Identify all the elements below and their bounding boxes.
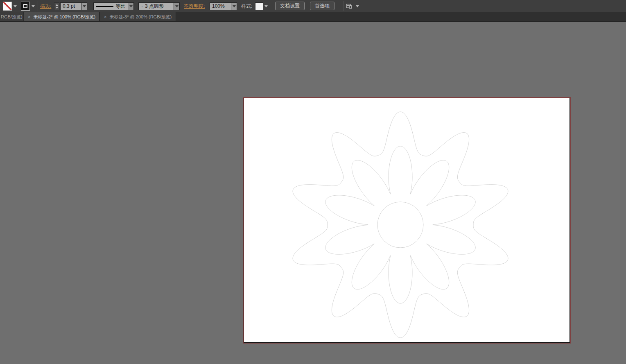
width-profile-dropdown[interactable] bbox=[128, 2, 134, 10]
stroke-color-swatch-icon[interactable] bbox=[21, 2, 30, 11]
brush-preview-dot: · bbox=[141, 4, 143, 9]
chevron-down-icon bbox=[264, 5, 268, 7]
graphic-style-swatch[interactable] bbox=[255, 2, 263, 10]
document-tab-bar: RGB/预览) × 未标题-2* @ 100% (RGB/预览) × 未标题-3… bbox=[0, 12, 626, 22]
fill-color-swatch-none-icon[interactable] bbox=[3, 2, 12, 11]
width-profile-value: 等比 bbox=[115, 3, 125, 10]
tab-close-icon[interactable]: × bbox=[100, 14, 106, 19]
stepper-down-icon[interactable] bbox=[56, 7, 58, 9]
stroke-width-dropdown[interactable] bbox=[81, 2, 87, 10]
tab-untitled-3[interactable]: × 未标题-3* @ 200% (RGB/预览) bbox=[100, 12, 176, 21]
stroke-width-stepper[interactable] bbox=[54, 2, 59, 10]
stroke-profile-line-icon bbox=[96, 6, 113, 7]
width-profile-select[interactable]: 等比 bbox=[93, 2, 128, 10]
chevron-down-icon bbox=[83, 5, 86, 7]
flower-svg[interactable] bbox=[244, 98, 570, 342]
control-bar: 描边: 0.3 pt 等比 · 3 点圆形 不透明度: 100% 样式: bbox=[0, 0, 626, 12]
stroke-color-dropdown[interactable] bbox=[30, 2, 36, 11]
opacity-dropdown[interactable] bbox=[231, 2, 237, 10]
panel-options-dropdown[interactable] bbox=[355, 2, 360, 11]
chevron-down-icon bbox=[129, 5, 133, 7]
artboard[interactable] bbox=[244, 98, 570, 343]
tab-label: 未标题-3* @ 200% (RGB/预览) bbox=[109, 14, 172, 20]
fill-color-dropdown[interactable] bbox=[12, 2, 18, 11]
tab-untitled-1-partial[interactable]: RGB/预览) bbox=[0, 12, 23, 21]
graphic-style-dropdown[interactable] bbox=[263, 2, 269, 11]
pasteboard[interactable] bbox=[0, 22, 626, 364]
tab-close-icon[interactable]: × bbox=[24, 14, 30, 19]
chevron-down-icon bbox=[233, 5, 236, 7]
stepper-up-icon[interactable] bbox=[56, 4, 58, 6]
panel-options-icon[interactable] bbox=[346, 3, 353, 9]
flower-center-circle bbox=[377, 202, 423, 248]
tab-label: RGB/预览) bbox=[1, 14, 23, 20]
stroke-ring-icon bbox=[23, 4, 27, 8]
brush-definition-select[interactable]: · 3 点圆形 bbox=[138, 2, 174, 10]
document-setup-button[interactable]: 文档设置 bbox=[275, 2, 305, 10]
chevron-down-icon bbox=[356, 5, 359, 7]
chevron-down-icon bbox=[175, 5, 179, 7]
divider bbox=[343, 1, 344, 11]
divider bbox=[38, 1, 38, 11]
tab-untitled-2[interactable]: × 未标题-2* @ 100% (RGB/预览) bbox=[24, 12, 99, 21]
brush-definition-value: 3 点圆形 bbox=[145, 3, 164, 10]
stroke-panel-link[interactable]: 描边: bbox=[40, 0, 51, 12]
chevron-down-icon bbox=[32, 5, 35, 7]
tab-label: 未标题-2* @ 100% (RGB/预览) bbox=[33, 14, 95, 20]
illustrator-window: 描边: 0.3 pt 等比 · 3 点圆形 不透明度: 100% 样式: bbox=[0, 0, 626, 364]
opacity-input[interactable]: 100% bbox=[210, 2, 231, 10]
stroke-width-input[interactable]: 0.3 pt bbox=[60, 2, 81, 10]
style-label: 样式: bbox=[241, 0, 252, 12]
preferences-button[interactable]: 首选项 bbox=[310, 2, 334, 10]
opacity-panel-link[interactable]: 不透明度: bbox=[184, 0, 205, 12]
brush-definition-dropdown[interactable] bbox=[174, 2, 180, 10]
chevron-down-icon bbox=[14, 5, 17, 7]
